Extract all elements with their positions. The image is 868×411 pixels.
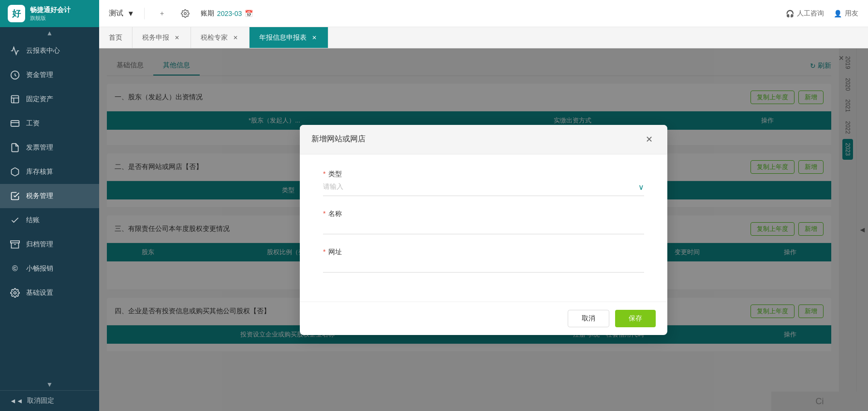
url-required-marker: *: [323, 248, 325, 256]
logo-sub-text: 旗舰版: [30, 15, 71, 22]
service-button[interactable]: 🎧 人工咨询: [786, 9, 824, 18]
svg-point-6: [14, 292, 16, 294]
type-select[interactable]: 请输入 ∨: [323, 179, 644, 196]
type-dropdown-icon: ∨: [638, 183, 644, 192]
service-label: 人工咨询: [797, 9, 824, 18]
sidebar-label-xiaochang: 小畅报销: [26, 264, 53, 273]
period-display: 账期 2023-03 📅: [201, 9, 253, 18]
sidebar-item-tax-mgmt[interactable]: 税务管理: [0, 184, 99, 208]
logo-icon: 好: [8, 5, 25, 22]
svg-rect-2: [11, 121, 19, 126]
sidebar-item-cloud-reports[interactable]: 云报表中心: [0, 39, 99, 63]
tab-tax-report-label: 税务申报: [142, 33, 169, 42]
tab-home-label: 首页: [109, 33, 122, 42]
xiaochang-icon: ©: [10, 263, 20, 274]
name-label: 名称: [328, 210, 342, 217]
sidebar-label-settlement: 结账: [26, 216, 40, 225]
topbar-divider-1: [144, 8, 145, 19]
url-input[interactable]: [323, 257, 644, 273]
tab-tax-inspect[interactable]: 税检专家 ✕: [191, 27, 250, 48]
headset-icon: 🎧: [786, 10, 794, 17]
main-area: 测试 ▼ ＋ 账期 2023-03 📅 🎧 人工咨询 👤 用友: [99, 0, 868, 411]
fund-mgmt-icon: [10, 70, 20, 80]
payroll-icon: [10, 118, 20, 129]
sidebar-label-invoice-mgmt: 发票管理: [26, 143, 53, 152]
sidebar-item-payroll[interactable]: 工资: [0, 111, 99, 136]
type-label: 类型: [328, 170, 342, 178]
fixed-assets-icon: [10, 94, 20, 105]
name-input[interactable]: [323, 218, 644, 234]
svg-point-7: [184, 12, 187, 15]
tab-tax-report[interactable]: 税务申报 ✕: [132, 27, 191, 48]
name-required-marker: *: [323, 210, 325, 217]
sidebar-scroll-down[interactable]: ▼: [0, 379, 99, 390]
sidebar-label-inventory: 库存核算: [26, 167, 53, 176]
sidebar-item-xiaochang[interactable]: © 小畅报销: [0, 257, 99, 281]
settlement-icon: [10, 215, 20, 226]
form-row-type: * 类型 请输入 ∨: [323, 170, 644, 196]
tab-annual-report-label: 年报信息申报表: [259, 33, 307, 42]
archive-mgmt-icon: [10, 239, 20, 250]
tab-home[interactable]: 首页: [99, 27, 132, 48]
form-row-name: * 名称: [323, 210, 644, 234]
tab-tax-inspect-label: 税检专家: [201, 33, 228, 42]
modal-close-button[interactable]: ✕: [642, 133, 656, 146]
tab-annual-report[interactable]: 年报信息申报表 ✕: [250, 27, 328, 48]
basic-settings-icon: [10, 288, 20, 298]
sidebar-bottom-arrow: ◄◄: [10, 397, 23, 405]
settings-button[interactable]: [177, 6, 193, 21]
modal-body: * 类型 请输入 ∨ * 名称: [300, 154, 667, 302]
company-selector[interactable]: 测试 ▼: [109, 9, 134, 18]
user-label: 用友: [845, 9, 858, 18]
inventory-icon: [10, 167, 20, 177]
company-name: 测试: [109, 9, 123, 18]
type-placeholder: 请输入: [323, 183, 638, 191]
sidebar-item-invoice-mgmt[interactable]: 发票管理: [0, 136, 99, 160]
sidebar-item-archive-mgmt[interactable]: 归档管理: [0, 232, 99, 257]
tab-tax-report-close[interactable]: ✕: [173, 34, 181, 42]
sidebar: 好 畅捷通好会计 旗舰版 ▲ 云报表中心 资金管理: [0, 0, 99, 411]
form-row-url: * 网址: [323, 248, 644, 273]
content-area: 基础信息 其他信息 ↻ 刷新 一、股东（发起人）出资情况: [99, 48, 868, 411]
add-company-button[interactable]: ＋: [154, 6, 170, 21]
sidebar-logo: 好 畅捷通好会计 旗舰版: [0, 0, 99, 27]
sidebar-bottom-label: 取消固定: [27, 396, 54, 405]
tab-tax-inspect-close[interactable]: ✕: [232, 34, 239, 42]
sidebar-item-settlement[interactable]: 结账: [0, 208, 99, 232]
save-button[interactable]: 保存: [615, 310, 656, 327]
logo-main-text: 畅捷通好会计: [30, 6, 71, 15]
sidebar-label-fixed-assets: 固定资产: [26, 95, 53, 104]
modal-title: 新增网站或网店: [311, 134, 366, 144]
period-label: 账期: [201, 9, 214, 18]
sidebar-label-fund-mgmt: 资金管理: [26, 71, 53, 79]
modal-overlay: 新增网站或网店 ✕ * 类型 请输入 ∨: [99, 48, 868, 411]
sidebar-item-inventory[interactable]: 库存核算: [0, 160, 99, 184]
modal-footer: 取消 保存: [300, 302, 667, 335]
sidebar-label-archive-mgmt: 归档管理: [26, 240, 53, 249]
topbar: 测试 ▼ ＋ 账期 2023-03 📅 🎧 人工咨询 👤 用友: [99, 0, 868, 27]
calendar-icon[interactable]: 📅: [245, 10, 253, 17]
user-button[interactable]: 👤 用友: [834, 9, 858, 18]
sidebar-item-basic-settings[interactable]: 基础设置: [0, 281, 99, 305]
user-icon: 👤: [834, 10, 842, 17]
tab-annual-report-close[interactable]: ✕: [310, 34, 318, 42]
sidebar-scroll-up[interactable]: ▲: [0, 27, 99, 39]
modal-header: 新增网站或网店 ✕: [300, 125, 667, 154]
sidebar-bottom-btn[interactable]: ◄◄ 取消固定: [0, 390, 99, 411]
type-required-marker: *: [323, 170, 325, 178]
tabs-bar: 首页 税务申报 ✕ 税检专家 ✕ 年报信息申报表 ✕: [99, 27, 868, 48]
logo-text-block: 畅捷通好会计 旗舰版: [30, 6, 71, 22]
sidebar-item-fund-mgmt[interactable]: 资金管理: [0, 63, 99, 87]
url-label: 网址: [328, 248, 342, 256]
tax-mgmt-icon: [10, 191, 20, 201]
cancel-button[interactable]: 取消: [568, 310, 609, 327]
add-website-modal: 新增网站或网店 ✕ * 类型 请输入 ∨: [300, 125, 667, 335]
topbar-right: 🎧 人工咨询 👤 用友: [786, 9, 858, 18]
sidebar-label-basic-settings: 基础设置: [26, 289, 53, 297]
sidebar-label-tax-mgmt: 税务管理: [26, 192, 53, 200]
sidebar-item-fixed-assets[interactable]: 固定资产: [0, 87, 99, 111]
svg-rect-1: [12, 96, 19, 103]
sidebar-label-payroll: 工资: [26, 119, 40, 128]
svg-rect-4: [11, 241, 19, 243]
sidebar-nav: 云报表中心 资金管理 固定资产 工资: [0, 39, 99, 379]
